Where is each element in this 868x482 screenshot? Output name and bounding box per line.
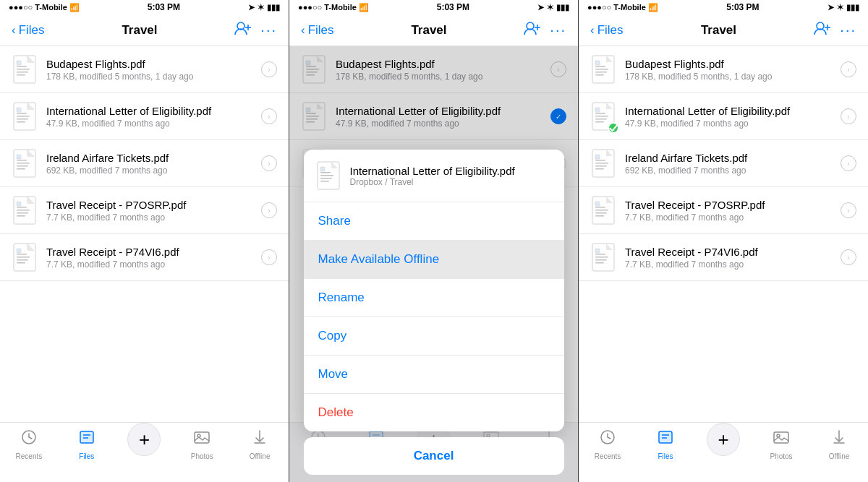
file-chevron-4-left[interactable]: › (261, 202, 277, 218)
context-file-name: International Letter of Eligibility.pdf (350, 165, 515, 177)
svg-rect-28 (17, 254, 27, 255)
context-menu-share[interactable]: Share (304, 202, 564, 241)
file-item-5-right[interactable]: Travel Receipt - P74VI6.pdf 7.7 KB, modi… (579, 234, 868, 281)
context-menu: International Letter of Eligibility.pdf … (304, 150, 564, 431)
svg-rect-98 (595, 207, 605, 208)
file-chevron-4-right[interactable]: › (841, 202, 856, 218)
svg-rect-86 (595, 113, 605, 114)
back-button-left[interactable]: ‹ Files (12, 23, 45, 38)
tab-files-left[interactable]: Files (58, 429, 116, 460)
tab-files-right[interactable]: Files (637, 429, 694, 460)
svg-rect-90 (595, 108, 600, 112)
battery-icon-middle: ▮▮▮ (556, 3, 569, 12)
files-icon-right (657, 429, 674, 450)
svg-rect-95 (595, 168, 604, 170)
offline-icon-left (251, 429, 268, 450)
svg-rect-6 (17, 72, 28, 73)
tab-photos-right[interactable]: Photos (752, 429, 810, 460)
svg-rect-108 (595, 249, 600, 253)
file-chevron-5-right[interactable]: › (841, 249, 856, 265)
carrier-name-right: T-Mobile (613, 3, 646, 12)
file-item-1-right[interactable]: Budapest Flights.pdf 178 KB, modified 5 … (579, 46, 868, 93)
file-item-3-right[interactable]: Ireland Airfare Tickets.pdf 692 KB, modi… (579, 140, 868, 187)
tab-recents-left[interactable]: Recents (0, 429, 58, 460)
tab-offline-right[interactable]: Offline (810, 429, 868, 460)
svg-rect-63 (320, 172, 331, 173)
file-list-right: Budapest Flights.pdf 178 KB, modified 5 … (579, 46, 868, 422)
svg-rect-106 (595, 259, 607, 261)
add-button-left[interactable]: + (127, 423, 161, 456)
svg-rect-4 (17, 66, 27, 67)
wifi-icon-right: 📶 (648, 3, 658, 12)
tab-photos-left[interactable]: Photos (173, 429, 231, 460)
back-button-right[interactable]: ‹ Files (590, 23, 624, 38)
file-meta-4-right: 7.7 KB, modified 7 months ago (625, 212, 832, 223)
context-menu-offline[interactable]: Make Available Offline (304, 241, 564, 279)
file-item-5-left[interactable]: Travel Receipt - P74VI6.pdf 7.7 KB, modi… (0, 234, 289, 281)
svg-rect-19 (17, 168, 25, 170)
svg-rect-84 (595, 61, 600, 65)
svg-rect-81 (595, 69, 608, 70)
file-chevron-3-left[interactable]: › (261, 155, 277, 171)
file-item-2-right[interactable]: International Letter of Eligibility.pdf … (579, 93, 868, 140)
file-info-5-left: Travel Receipt - P74VI6.pdf 7.7 KB, modi… (46, 246, 252, 270)
file-chevron-1-right[interactable]: › (841, 61, 856, 77)
file-name-5-right: Travel Receipt - P74VI6.pdf (625, 246, 832, 258)
tab-add-left[interactable]: + (116, 429, 174, 456)
status-bar-middle: ●●●○○ T-Mobile 📶 5:03 PM ➤ ✶ ▮▮▮ (289, 0, 578, 14)
add-person-icon-left[interactable] (234, 21, 252, 39)
file-item-3-left[interactable]: Ireland Airfare Tickets.pdf 692 KB, modi… (0, 140, 289, 187)
tab-offline-left[interactable]: Offline (231, 429, 289, 460)
context-file-icon (315, 160, 341, 191)
chevron-left-icon-middle: ‹ (301, 23, 305, 38)
svg-rect-104 (595, 254, 605, 255)
file-chevron-5-left[interactable]: › (261, 249, 277, 265)
add-person-icon-right[interactable] (814, 21, 831, 39)
file-chevron-3-right[interactable]: › (841, 155, 856, 171)
file-list-left: Budapest Flights.pdf 178 KB, modified 5 … (0, 46, 289, 422)
file-item-4-right[interactable]: Travel Receipt - P7OSRP.pdf 7.7 KB, modi… (579, 187, 868, 234)
svg-rect-87 (595, 116, 608, 117)
time-right: 5:03 PM (726, 2, 759, 12)
svg-rect-30 (17, 259, 28, 261)
nav-title-middle: Travel (411, 23, 446, 38)
context-cancel-wrap: Cancel (304, 437, 564, 475)
carrier-left: ●●●○○ T-Mobile 📶 (9, 3, 80, 12)
tab-bar-right: Recents Files + (579, 422, 868, 482)
context-menu-copy[interactable]: Copy (304, 317, 564, 356)
tab-add-right[interactable]: + (694, 429, 752, 456)
add-person-icon-middle[interactable] (524, 21, 541, 39)
context-menu-overlay[interactable]: International Letter of Eligibility.pdf … (289, 46, 578, 482)
context-menu-delete[interactable]: Delete (304, 394, 564, 431)
back-button-middle[interactable]: ‹ Files (301, 23, 334, 38)
file-meta-3-left: 692 KB, modified 7 months ago (46, 165, 252, 176)
carrier-right: ●●●○○ T-Mobile 📶 (587, 3, 658, 12)
tab-offline-label-right: Offline (829, 452, 850, 460)
file-name-5-left: Travel Receipt - P74VI6.pdf (46, 246, 252, 258)
more-icon-middle[interactable]: ··· (550, 22, 566, 38)
wifi-icon-middle: 📶 (359, 3, 369, 12)
file-chevron-2-right[interactable]: › (841, 108, 856, 124)
tab-recents-right[interactable]: Recents (579, 429, 637, 460)
svg-rect-12 (17, 119, 28, 120)
context-cancel-button[interactable]: Cancel (304, 437, 564, 475)
status-icons-right: ➤ ✶ ▮▮▮ (827, 3, 859, 12)
file-item-2-left[interactable]: International Letter of Eligibility.pdf … (0, 93, 289, 140)
more-icon-left[interactable]: ··· (260, 22, 277, 38)
context-menu-move[interactable]: Move (304, 356, 564, 394)
file-chevron-2-left[interactable]: › (261, 108, 277, 124)
nav-bar-middle: ‹ Files Travel ··· (289, 14, 578, 46)
context-menu-rename[interactable]: Rename (304, 279, 564, 317)
file-item-4-left[interactable]: Travel Receipt - P7OSRP.pdf 7.7 KB, modi… (0, 187, 289, 234)
file-icon-1-right (590, 53, 616, 85)
svg-rect-99 (595, 210, 608, 211)
file-meta-2-left: 47.9 KB, modified 7 months ago (46, 119, 252, 129)
svg-rect-13 (17, 121, 25, 123)
add-button-right[interactable]: + (707, 423, 740, 456)
wifi-icon-left: 📶 (69, 3, 80, 12)
file-item-1-left[interactable]: Budapest Flights.pdf 178 KB, modified 5 … (0, 46, 289, 93)
file-name-1-left: Budapest Flights.pdf (46, 58, 252, 70)
file-chevron-1-left[interactable]: › (261, 61, 277, 77)
nav-bar-right: ‹ Files Travel ··· (579, 14, 868, 46)
more-icon-right[interactable]: ··· (840, 22, 856, 38)
